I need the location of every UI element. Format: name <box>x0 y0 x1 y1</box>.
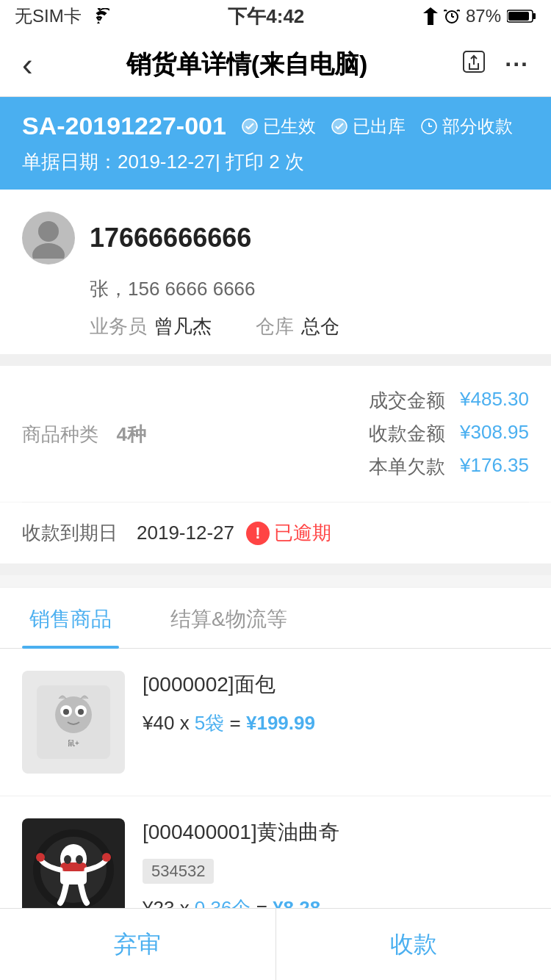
svg-point-15 <box>55 696 92 733</box>
customer-info: 张，156 6666 6666 <box>90 276 529 302</box>
svg-point-18 <box>63 709 69 715</box>
svg-rect-4 <box>533 13 536 19</box>
product-section: 鼠+ [0000002]面包 ¥40 x 5袋 = ¥199.99 <box>0 649 551 944</box>
overdue-icon: ! <box>246 522 270 545</box>
collect-button[interactable]: 收款 <box>276 909 552 980</box>
product-info-1: [0000002]面包 ¥40 x 5袋 = ¥199.99 <box>143 671 529 774</box>
svg-point-19 <box>78 709 84 715</box>
due-section: 收款到期日 2019-12-27 ! 已逾期 <box>0 502 551 563</box>
svg-point-27 <box>64 855 71 864</box>
product-qty-1: 5袋 <box>195 712 224 734</box>
sales-value: 曾凡杰 <box>154 314 212 339</box>
product-image-ninja: forward whatah <box>22 818 125 921</box>
avatar <box>22 212 75 264</box>
product-name-1: [0000002]面包 <box>143 671 529 699</box>
battery-percent: 87% <box>466 6 501 26</box>
stats-right: 成交金额 ¥485.30 收款金额 ¥308.95 本单欠款 ¥176.35 <box>369 388 529 480</box>
svg-point-30 <box>102 853 111 862</box>
stats-left: 商品种类 4种 <box>22 388 154 480</box>
product-name-2: [000400001]黄油曲奇 <box>143 818 529 846</box>
wifi-icon <box>87 8 109 24</box>
status-left: 无SIM卡 <box>15 4 109 28</box>
product-item-1: 鼠+ [0000002]面包 ¥40 x 5袋 = ¥199.99 <box>0 649 551 796</box>
collected-row: 收款金额 ¥308.95 <box>369 421 529 447</box>
nav-bar: ‹ 销货单详情(来自电脑) ··· <box>0 32 551 97</box>
owed-row: 本单欠款 ¥176.35 <box>369 454 529 480</box>
svg-rect-5 <box>508 12 529 21</box>
banner-row1: SA-20191227-001 已生效 已出库 部分收款 <box>22 112 529 140</box>
battery-icon <box>507 9 536 24</box>
share-icon[interactable] <box>461 48 487 81</box>
status-time: 下午4:42 <box>228 4 304 29</box>
nav-icons: ··· <box>461 48 529 81</box>
product-info-2: [000400001]黄油曲奇 534532 ¥23 x 0.36个 = ¥8.… <box>143 818 529 921</box>
deal-amount-value: ¥485.30 <box>460 388 529 414</box>
customer-row: 17666666666 <box>22 212 529 264</box>
product-price-1: ¥40 x 5袋 = ¥199.99 <box>143 710 529 736</box>
collected-value: ¥308.95 <box>460 421 529 447</box>
due-date: 2019-12-27 <box>137 522 234 544</box>
warehouse-label: 仓库 <box>256 314 294 339</box>
page-title: 销货单详情(来自电脑) <box>126 48 368 82</box>
check-icon-1 <box>241 118 259 135</box>
svg-point-28 <box>76 855 83 864</box>
warehouse-value: 总仓 <box>301 314 339 339</box>
product-image-owl: 鼠+ <box>37 685 110 759</box>
status-badge-effective: 已生效 <box>241 115 316 138</box>
warehouse-item: 仓库 总仓 <box>256 314 339 339</box>
order-id: SA-20191227-001 <box>22 112 226 140</box>
status-badge-delivered: 已出库 <box>331 115 406 138</box>
stats-section: 商品种类 4种 成交金额 ¥485.30 收款金额 ¥308.95 本单欠款 ¥… <box>0 366 551 502</box>
customer-meta: 业务员 曾凡杰 仓库 总仓 <box>90 314 529 339</box>
svg-point-12 <box>38 221 59 242</box>
svg-rect-26 <box>60 862 87 871</box>
customer-section: 17666666666 张，156 6666 6666 业务员 曾凡杰 仓库 总… <box>0 190 551 354</box>
customer-name: 17666666666 <box>90 223 251 253</box>
check-icon-2 <box>331 118 348 135</box>
owed-value: ¥176.35 <box>460 454 529 480</box>
reject-button[interactable]: 弃审 <box>0 909 276 980</box>
tabs-section: 销售商品 结算&物流等 <box>0 587 551 649</box>
product-thumb-1: 鼠+ <box>22 671 125 774</box>
location-icon <box>423 7 438 25</box>
more-icon[interactable]: ··· <box>505 51 529 78</box>
clock-icon <box>420 118 438 135</box>
banner-date: 单据日期：2019-12-27| 打印 2 次 <box>22 149 529 175</box>
due-label: 收款到期日 <box>22 520 118 546</box>
svg-text:鼠+: 鼠+ <box>68 739 79 747</box>
status-badge-partial: 部分收款 <box>420 115 513 138</box>
section-divider-2 <box>0 563 551 575</box>
person-icon <box>30 218 67 259</box>
status-bar: 无SIM卡 下午4:42 87% <box>0 0 551 32</box>
status-right: 87% <box>423 6 536 26</box>
sales-label: 业务员 <box>90 314 147 339</box>
tab-settlement[interactable]: 结算&物流等 <box>163 588 295 648</box>
back-button[interactable]: ‹ <box>22 46 33 83</box>
svg-point-29 <box>36 853 45 862</box>
deal-amount-label: 成交金额 <box>369 388 445 414</box>
tab-sales-products[interactable]: 销售商品 <box>22 588 119 648</box>
product-thumb-2: forward whatah <box>22 818 125 921</box>
owed-label: 本单欠款 <box>369 454 445 480</box>
overdue-text: 已逾期 <box>274 520 331 546</box>
sales-item: 业务员 曾凡杰 <box>90 314 212 339</box>
alarm-icon <box>444 8 460 24</box>
header-banner: SA-20191227-001 已生效 已出库 部分收款 单据日期：201 <box>0 97 551 190</box>
product-tag-2: 534532 <box>143 859 214 884</box>
product-types: 商品种类 4种 <box>22 415 154 453</box>
tabs: 销售商品 结算&物流等 <box>0 588 551 649</box>
collected-label: 收款金额 <box>369 421 445 447</box>
product-total-1: ¥199.99 <box>246 712 315 734</box>
deal-amount-row: 成交金额 ¥485.30 <box>369 388 529 414</box>
sim-status: 无SIM卡 <box>15 4 82 28</box>
section-divider-1 <box>0 354 551 366</box>
overdue-badge: ! 已逾期 <box>246 520 331 546</box>
svg-point-13 <box>32 243 65 259</box>
bottom-bar: 弃审 收款 <box>0 908 551 980</box>
